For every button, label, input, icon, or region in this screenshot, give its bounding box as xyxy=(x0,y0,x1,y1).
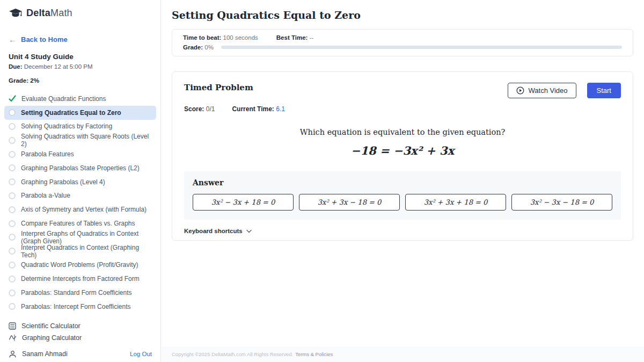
play-video-icon xyxy=(516,86,524,95)
terms-policies-link[interactable]: Terms & Policies xyxy=(295,351,333,357)
radio-icon xyxy=(9,178,16,185)
sidebar-item-parabola-a-value[interactable]: Parabola a-Value xyxy=(4,189,156,203)
time-to-beat: Time to beat: 100 seconds xyxy=(183,34,258,41)
graduation-cap-icon xyxy=(9,8,23,19)
app-window: DeltaMath ← Back to Home Unit 4 Study Gu… xyxy=(0,0,644,362)
deltamath-logo[interactable]: DeltaMath xyxy=(0,8,160,19)
watch-video-button[interactable]: Watch Video xyxy=(508,83,576,98)
copyright-text: Copyright ©2025 DeltaMath.com All Rights… xyxy=(172,351,293,357)
problem-header: Timed Problem Watch Video Start xyxy=(184,83,621,98)
radio-icon xyxy=(9,151,16,158)
footer: Copyright ©2025 DeltaMath.com All Rights… xyxy=(161,346,644,362)
main-content: Setting Quadratics Equal to Zero Time to… xyxy=(161,0,644,362)
problem-title: Timed Problem xyxy=(184,83,253,92)
score-row: Score: 0/1 Current Time: 6.1 xyxy=(184,105,621,113)
assignment-list: Evaluate Quadratic Functions Setting Qua… xyxy=(4,92,156,314)
sidebar-item-graphing-parabolas-level-4[interactable]: Graphing Parabolas (Level 4) xyxy=(4,175,156,189)
given-equation: −18 = −3x² + 3x xyxy=(184,144,621,157)
sidebar-item-determine-intercepts[interactable]: Determine Intercepts from Factored Form xyxy=(4,272,156,286)
sidebar-item-graphing-parabolas-state-properties[interactable]: Graphing Parabolas State Properties (L2) xyxy=(4,161,156,175)
radio-icon xyxy=(9,220,16,227)
answer-choice-2[interactable]: 3x² + 3x − 18 = 0 xyxy=(299,194,400,211)
page-title: Setting Quadratics Equal to Zero xyxy=(172,9,633,21)
scientific-calculator-link[interactable]: Scientific Calculator xyxy=(0,320,160,332)
back-arrow-icon: ← xyxy=(9,35,17,44)
answer-choices: 3x² − 3x + 18 = 0 3x² + 3x − 18 = 0 3x² … xyxy=(193,194,612,211)
sidebar: DeltaMath ← Back to Home Unit 4 Study Gu… xyxy=(0,0,161,362)
check-icon xyxy=(9,95,16,102)
answer-choice-4[interactable]: 3x² − 3x − 18 = 0 xyxy=(511,194,612,211)
current-time: Current Time: 6.1 xyxy=(232,105,285,113)
radio-icon xyxy=(9,303,16,310)
back-to-home-link[interactable]: ← Back to Home xyxy=(9,35,152,44)
radio-icon xyxy=(9,109,16,116)
radio-icon xyxy=(9,206,16,213)
user-icon xyxy=(9,350,17,358)
radio-icon xyxy=(9,192,16,199)
sidebar-item-evaluate-quadratic-functions[interactable]: Evaluate Quadratic Functions xyxy=(4,92,156,106)
sidebar-item-parabolas-standard-form[interactable]: Parabolas: Standard Form Coefficients xyxy=(4,286,156,300)
sidebar-item-axis-of-symmetry-vertex[interactable]: Axis of Symmetry and Vertex (with Formul… xyxy=(4,202,156,216)
sidebar-item-parabola-features[interactable]: Parabola Features xyxy=(4,147,156,161)
header-buttons: Watch Video Start xyxy=(508,83,621,98)
due-date: Due: December 12 at 5:00 PM xyxy=(9,63,152,70)
grade-row: Grade: 0% xyxy=(183,44,622,50)
graphing-calculator-link[interactable]: Graphing Calculator xyxy=(0,332,160,344)
radio-icon xyxy=(9,164,16,171)
calculator-icon xyxy=(9,322,16,330)
best-time: Best Time: -- xyxy=(276,34,313,41)
answer-choice-1[interactable]: 3x² − 3x + 18 = 0 xyxy=(193,194,294,211)
answer-heading: Answer xyxy=(193,178,612,187)
radio-icon xyxy=(9,137,16,144)
sidebar-item-solving-quadratics-square-roots[interactable]: Solving Quadratics with Square Roots (Le… xyxy=(4,133,156,147)
stats-row: Time to beat: 100 seconds Best Time: -- xyxy=(183,34,622,41)
graph-icon xyxy=(9,334,17,342)
radio-icon xyxy=(9,123,16,130)
timed-problem-card: Timed Problem Watch Video Start xyxy=(172,71,633,241)
sidebar-item-interpret-quadratics-context[interactable]: Interpret Quadratics in Context (Graphin… xyxy=(4,244,156,258)
chevron-down-icon xyxy=(246,229,252,233)
radio-icon xyxy=(9,248,16,255)
radio-icon xyxy=(9,289,16,296)
sidebar-item-setting-quadratics-equal-to-zero[interactable]: Setting Quadratics Equal to Zero xyxy=(4,106,156,120)
question-text: Which equation is equivalent to the give… xyxy=(184,128,621,136)
sidebar-item-interpret-graphs-context[interactable]: Interpret Graphs of Quadratics in Contex… xyxy=(4,230,156,244)
score: Score: 0/1 xyxy=(184,105,215,113)
user-name: Sanam Ahmadi xyxy=(22,350,68,358)
sidebar-grade: Grade: 2% xyxy=(9,77,152,84)
grade-progressbar xyxy=(221,46,622,49)
logo-text: DeltaMath xyxy=(26,8,72,19)
unit-title: Unit 4 Study Guide xyxy=(9,53,152,61)
radio-icon xyxy=(9,276,16,283)
answer-panel: Answer 3x² − 3x + 18 = 0 3x² + 3x − 18 =… xyxy=(184,171,621,220)
logout-link[interactable]: Log Out xyxy=(130,351,152,357)
radio-icon xyxy=(9,262,16,269)
sidebar-item-compare-features-tables-graphs[interactable]: Compare Features of Tables vs. Graphs xyxy=(4,216,156,230)
sidebar-item-solving-quadratics-by-factoring[interactable]: Solving Quadratics by Factoring xyxy=(4,120,156,134)
sidebar-item-parabolas-intercept-form[interactable]: Parabolas: Intercept Form Coefficients xyxy=(4,300,156,314)
answer-choice-3[interactable]: 3x² + 3x + 18 = 0 xyxy=(405,194,506,211)
start-button[interactable]: Start xyxy=(587,83,621,98)
assignment-stats-card: Time to beat: 100 seconds Best Time: -- … xyxy=(172,29,633,56)
radio-icon xyxy=(9,234,16,241)
keyboard-shortcuts-toggle[interactable]: Keyboard shortcuts xyxy=(184,228,621,234)
grade-text: Grade: 0% xyxy=(183,44,214,50)
sidebar-item-quadratic-word-problems[interactable]: Quadratic Word Problems (Profit/Gravity) xyxy=(4,258,156,272)
user-row: Sanam Ahmadi Log Out xyxy=(9,350,152,358)
